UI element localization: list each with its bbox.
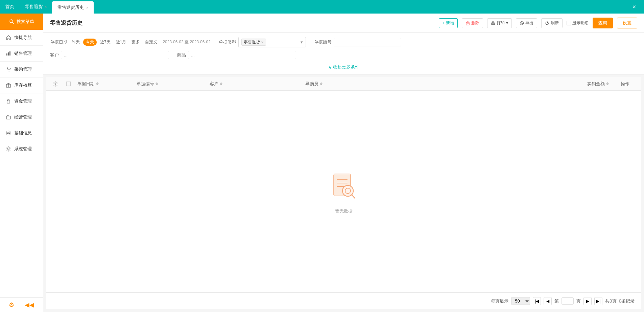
volume-icon[interactable]: ◀◀ bbox=[25, 301, 34, 309]
date-pills: 昨天 今天 近7天 近1月 更多 自定义 bbox=[70, 39, 159, 46]
col-settings[interactable] bbox=[49, 81, 62, 87]
col-date[interactable]: 单据日期 bbox=[74, 81, 134, 87]
refresh-icon bbox=[545, 21, 549, 25]
col-amount[interactable]: 实销金额 bbox=[561, 81, 612, 87]
date-1month[interactable]: 近1月 bbox=[114, 39, 128, 46]
close-retail-return-tab-icon[interactable]: × bbox=[45, 5, 47, 9]
date-filter: 单据日期 昨天 今天 近7天 近1月 更多 自定义 2023-06-02 至 2… bbox=[50, 39, 211, 46]
next-page-button[interactable]: ▶ bbox=[583, 297, 592, 305]
date-yesterday[interactable]: 昨天 bbox=[70, 39, 82, 46]
show-detail-option[interactable]: 显示明细 bbox=[567, 20, 589, 26]
col-customer[interactable]: 客户 bbox=[207, 81, 303, 87]
print-label: 打印 bbox=[497, 20, 505, 26]
svg-point-5 bbox=[8, 71, 8, 71]
tab-retail-return-history-label: 零售退货历史 bbox=[57, 4, 84, 10]
gear-icon bbox=[5, 146, 11, 152]
svg-point-21 bbox=[55, 83, 56, 85]
sidebar-item-basic-info[interactable]: 基础信息 bbox=[0, 125, 43, 141]
date-today[interactable]: 今天 bbox=[83, 39, 97, 46]
customer-filter: 客户 ... bbox=[50, 51, 169, 59]
tab-home[interactable]: 首页 bbox=[0, 0, 20, 14]
date-7days[interactable]: 近7天 bbox=[98, 39, 113, 46]
settings-bottom-icon[interactable]: ⚙ bbox=[9, 301, 14, 309]
col-bill-no[interactable]: 单据编号 bbox=[134, 81, 207, 87]
select-all-checkbox[interactable] bbox=[66, 82, 71, 86]
bill-type-dropdown-icon: ▾ bbox=[301, 40, 303, 45]
sidebar-item-system[interactable]: 系统管理 bbox=[0, 141, 43, 157]
nav-label-quick-nav: 快捷导航 bbox=[14, 35, 32, 41]
svg-rect-3 bbox=[8, 52, 9, 55]
sidebar-item-quick-nav[interactable]: 快捷导航 bbox=[0, 30, 43, 46]
close-history-tab-icon[interactable]: × bbox=[86, 5, 88, 9]
new-button[interactable]: + 新增 bbox=[439, 18, 458, 28]
sidebar-nav: 快捷导航 销售管理 采购管理 库存核算 bbox=[0, 30, 43, 297]
col-checkbox[interactable] bbox=[62, 82, 74, 86]
page-number-input[interactable]: 1 bbox=[562, 297, 574, 305]
first-page-button[interactable]: |◀ bbox=[533, 297, 541, 305]
sidebar-item-operation[interactable]: 经营管理 bbox=[0, 109, 43, 125]
table-area: 单据日期 单据编号 客户 bbox=[46, 77, 641, 309]
filter-area: 单据日期 昨天 今天 近7天 近1月 更多 自定义 2023-06-02 至 2… bbox=[43, 33, 644, 74]
svg-point-6 bbox=[9, 71, 10, 71]
page-header: 零售退货历史 + 新增 删除 打印 ▾ 导出 刷新 bbox=[43, 14, 644, 33]
date-custom[interactable]: 自定义 bbox=[143, 39, 159, 46]
date-label: 单据日期 bbox=[50, 39, 68, 45]
print-icon bbox=[491, 21, 495, 25]
goods-filter: 商品 ... bbox=[177, 51, 296, 59]
per-page-select[interactable]: 10 20 50 100 bbox=[511, 297, 530, 305]
date-range-display: 2023-06-02 至 2023-06-02 bbox=[163, 39, 210, 45]
box-icon bbox=[5, 82, 11, 88]
delete-icon bbox=[466, 21, 470, 25]
col-action: 操作 bbox=[612, 81, 639, 87]
top-bar: 首页 零售退货 × 零售退货历史 × × bbox=[0, 0, 644, 14]
bill-type-filter: 单据类型 零售退货 × ▾ bbox=[219, 37, 306, 47]
bill-type-tag: 零售退货 × bbox=[241, 39, 266, 46]
sidebar-item-inventory[interactable]: 库存核算 bbox=[0, 77, 43, 93]
collapse-filter-button[interactable]: ∧ 收起更多条件 bbox=[328, 64, 359, 70]
tab-retail-return-history[interactable]: 零售退货历史 × bbox=[52, 1, 93, 14]
sidebar-item-sales[interactable]: 销售管理 bbox=[0, 46, 43, 62]
query-button[interactable]: 查询 bbox=[593, 18, 613, 28]
filter-row-1: 单据日期 昨天 今天 近7天 近1月 更多 自定义 2023-06-02 至 2… bbox=[50, 37, 637, 47]
window-close-button[interactable]: × bbox=[629, 2, 639, 12]
bill-type-select[interactable]: 零售退货 × ▾ bbox=[238, 37, 306, 47]
bill-no-sort-icon bbox=[156, 82, 158, 85]
content-area: 零售退货历史 + 新增 删除 打印 ▾ 导出 刷新 bbox=[43, 14, 644, 312]
svg-point-11 bbox=[7, 131, 10, 132]
briefcase-icon bbox=[5, 114, 11, 120]
refresh-button[interactable]: 刷新 bbox=[541, 18, 563, 28]
bill-no-input[interactable] bbox=[334, 38, 401, 46]
date-more[interactable]: 更多 bbox=[129, 39, 142, 46]
total-info: 共0页, 0条记录 bbox=[605, 298, 635, 304]
tab-retail-return[interactable]: 零售退货 × bbox=[20, 0, 52, 14]
col-bill-no-label: 单据编号 bbox=[137, 81, 154, 87]
shopping-icon bbox=[5, 66, 11, 72]
sidebar-item-finance[interactable]: 资金管理 bbox=[0, 93, 43, 109]
show-detail-checkbox[interactable] bbox=[567, 21, 571, 25]
nav-label-basic-info: 基础信息 bbox=[14, 130, 32, 136]
col-guide[interactable]: 导购员 bbox=[303, 81, 376, 87]
bill-type-tag-close[interactable]: × bbox=[261, 40, 264, 45]
export-icon bbox=[520, 21, 524, 25]
export-button[interactable]: 导出 bbox=[516, 18, 537, 28]
svg-rect-10 bbox=[6, 116, 10, 119]
print-button[interactable]: 打印 ▾ bbox=[487, 18, 512, 28]
chevron-up-icon: ∧ bbox=[328, 65, 332, 70]
sidebar-item-purchase[interactable]: 采购管理 bbox=[0, 62, 43, 77]
search-menu-label: 搜索菜单 bbox=[17, 19, 34, 25]
search-menu-button[interactable]: 搜索菜单 bbox=[0, 14, 43, 30]
prev-page-button[interactable]: ◀ bbox=[544, 297, 552, 305]
setting-button[interactable]: 设置 bbox=[617, 18, 637, 28]
per-page-label: 每页显示 bbox=[491, 298, 508, 304]
bill-no-filter: 单据编号 bbox=[314, 38, 401, 46]
last-page-button[interactable]: ▶| bbox=[594, 297, 602, 305]
col-amount-label: 实销金额 bbox=[587, 81, 605, 87]
customer-select[interactable]: ... bbox=[61, 51, 169, 59]
page-unit: 页 bbox=[576, 298, 581, 304]
delete-button[interactable]: 删除 bbox=[462, 18, 483, 28]
goods-select[interactable]: ... bbox=[188, 51, 296, 59]
database-icon bbox=[5, 130, 11, 136]
nav-label-sales: 销售管理 bbox=[14, 50, 32, 57]
table-header: 单据日期 单据编号 客户 bbox=[46, 77, 641, 91]
empty-state-illustration bbox=[327, 169, 361, 203]
